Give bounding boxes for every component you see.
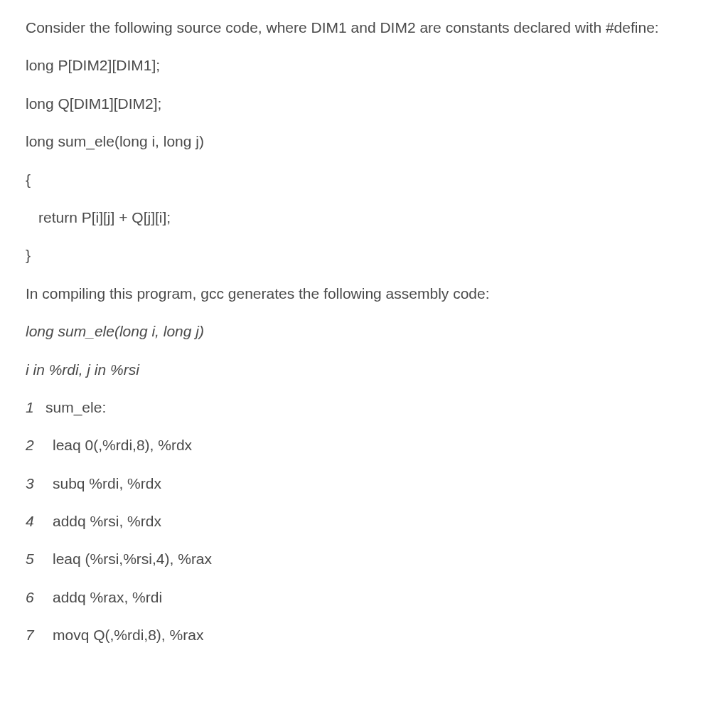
asm-line-text: addq %rax, %rdi	[53, 587, 702, 607]
asm-line-number: 2	[26, 435, 53, 455]
declaration-p: long P[DIM2][DIM1];	[26, 55, 702, 75]
asm-line: 3subq %rdi, %rdx	[26, 473, 702, 494]
asm-line: 6addq %rax, %rdi	[26, 587, 702, 607]
asm-line: 4addq %rsi, %rdx	[26, 511, 702, 531]
asm-intro-text: In compiling this program, gcc generates…	[26, 283, 702, 304]
asm-line-number: 3	[26, 473, 53, 494]
asm-registers: i in %rdi, j in %rsi	[26, 359, 702, 380]
asm-line-text: sum_ele:	[46, 397, 702, 418]
asm-signature: long sum_ele(long i, long j)	[26, 321, 702, 341]
asm-line-number: 6	[26, 587, 53, 607]
asm-line-number: 4	[26, 511, 53, 531]
asm-line: 5leaq (%rsi,%rsi,4), %rax	[26, 548, 702, 569]
asm-line: 1sum_ele:	[26, 397, 702, 418]
asm-line-number: 5	[26, 548, 53, 569]
asm-line-text: addq %rsi, %rdx	[53, 511, 702, 531]
asm-line-text: subq %rdi, %rdx	[53, 473, 702, 494]
asm-line: 7movq Q(,%rdi,8), %rax	[26, 624, 702, 645]
intro-text: Consider the following source code, wher…	[26, 17, 702, 38]
close-brace: }	[26, 245, 702, 265]
open-brace: {	[26, 169, 702, 190]
asm-line-text: movq Q(,%rdi,8), %rax	[53, 624, 702, 645]
function-signature: long sum_ele(long i, long j)	[26, 131, 702, 152]
asm-line-number: 7	[26, 624, 53, 645]
return-statement: return P[i][j] + Q[j][i];	[26, 207, 702, 228]
asm-line-text: leaq 0(,%rdi,8), %rdx	[53, 435, 702, 455]
asm-line-text: leaq (%rsi,%rsi,4), %rax	[53, 548, 702, 569]
declaration-q: long Q[DIM1][DIM2];	[26, 93, 702, 114]
asm-lines: 1sum_ele:2leaq 0(,%rdi,8), %rdx3subq %rd…	[26, 397, 702, 646]
asm-line: 2leaq 0(,%rdi,8), %rdx	[26, 435, 702, 455]
